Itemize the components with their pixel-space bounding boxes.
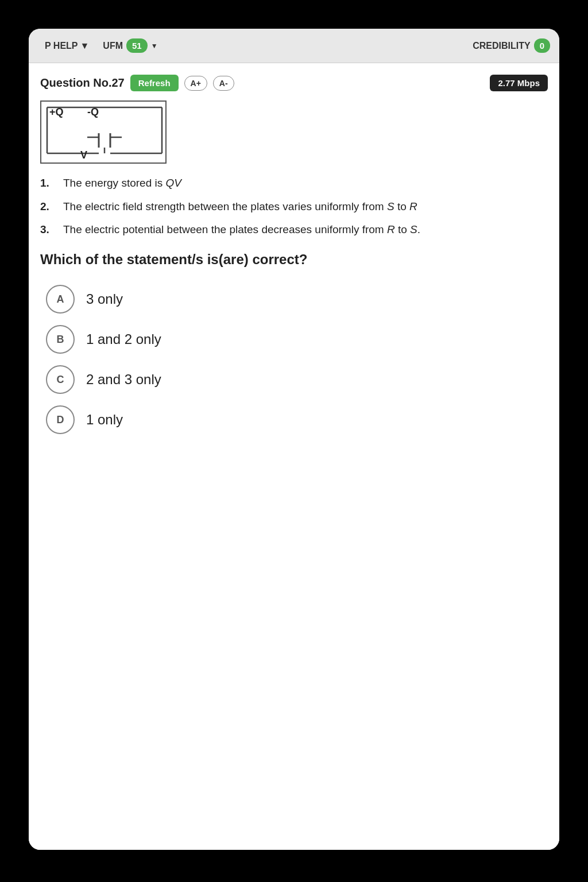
top-bar: P HELP ▼ UFM 51 ▼ CREDIBILITY 0 [29,29,559,63]
capacitor-svg [41,102,165,163]
option-b[interactable]: B 1 and 2 only [46,325,542,354]
credibility-section: CREDIBILITY 0 [473,38,550,53]
main-question: Which of the statement/s is(are) correct… [40,250,548,269]
option-c-circle: C [46,365,75,394]
statement-3-num: 3. [40,222,56,238]
capacitor-diagram: +Q -Q V [40,100,167,164]
ufm-section: UFM 51 ▼ [103,38,157,53]
ufm-label: UFM [103,41,123,51]
content-area: Question No.27 Refresh A+ A- 2.77 Mbps +… [29,63,559,850]
credibility-label: CREDIBILITY [473,41,530,51]
statement-3-text: The electric potential between the plate… [63,222,548,238]
statement-2-num: 2. [40,199,56,215]
option-d-circle: D [46,405,75,434]
font-increase-button[interactable]: A+ [184,76,207,91]
statement-3: 3. The electric potential between the pl… [40,222,548,238]
question-number: Question No.27 [40,76,125,90]
ufm-badge: 51 [126,38,148,53]
question-header-left: Question No.27 Refresh A+ A- [40,75,234,91]
refresh-button[interactable]: Refresh [130,75,179,91]
credibility-badge: 0 [534,38,550,53]
capacitor-v-label: V [80,149,87,161]
statement-2: 2. The electric field strength between t… [40,199,548,215]
speed-badge: 2.77 Mbps [490,75,548,91]
option-b-circle: B [46,325,75,354]
help-label: P HELP [45,41,78,51]
option-c-text: 2 and 3 only [86,372,161,388]
ufm-dropdown-icon[interactable]: ▼ [151,42,158,50]
option-d-text: 1 only [86,412,123,428]
option-c[interactable]: C 2 and 3 only [46,365,542,394]
statement-1: 1. The energy stored is QV [40,175,548,192]
option-d[interactable]: D 1 only [46,405,542,434]
option-a[interactable]: A 3 only [46,285,542,314]
statement-2-text: The electric field strength between the … [63,199,548,215]
option-b-text: 1 and 2 only [86,331,161,347]
help-dropdown-icon: ▼ [80,41,90,51]
help-button[interactable]: P HELP ▼ [38,37,96,55]
question-header: Question No.27 Refresh A+ A- 2.77 Mbps [40,75,548,91]
font-decrease-button[interactable]: A- [213,76,234,91]
statement-1-text: The energy stored is QV [63,175,548,192]
option-a-circle: A [46,285,75,314]
statement-1-num: 1. [40,175,56,192]
option-a-text: 3 only [86,291,123,307]
statements: 1. The energy stored is QV 2. The electr… [40,175,548,238]
options-list: A 3 only B 1 and 2 only C 2 and 3 only D… [40,285,548,434]
